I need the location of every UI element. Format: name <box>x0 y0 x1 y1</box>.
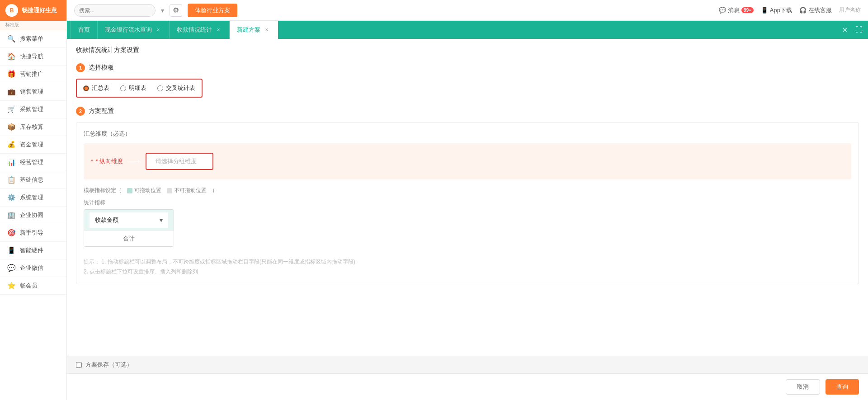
cancel-button[interactable]: 取消 <box>786 379 820 395</box>
search-input[interactable] <box>74 4 156 17</box>
tab-new-plan[interactable]: 新建方案 × <box>230 21 278 39</box>
tab-bank-flow[interactable]: 现金银行流水查询 × <box>98 21 170 39</box>
sidebar-item-label: 资金管理 <box>20 141 43 149</box>
required-star: * <box>91 158 93 165</box>
option-detail[interactable]: 明细表 <box>120 84 146 92</box>
stats-col-header: 收款金额 ▾ <box>84 210 174 231</box>
step1-header: 1 选择模板 <box>76 63 859 72</box>
save-plan-checkbox[interactable] <box>76 362 82 368</box>
finance-icon: 💰 <box>7 141 15 149</box>
vertical-dim-label: * * 纵向维度 <box>91 157 123 165</box>
sidebar-item-search-menu[interactable]: 🔍 搜索菜单 <box>0 30 66 48</box>
sidebar-item-quick-nav[interactable]: 🏠 快捷导航 <box>0 48 66 66</box>
sidebar-item-inventory[interactable]: 📦 库存核算 <box>0 118 66 136</box>
sidebar-item-sales[interactable]: 💼 销售管理 <box>0 83 66 101</box>
service-item[interactable]: 🎧 在线客服 <box>799 6 832 14</box>
stats-col-label: 收款金额 <box>95 216 118 224</box>
tab-receipts[interactable]: 收款情况统计 × <box>170 21 230 39</box>
option-cross-label: 交叉统计表 <box>166 84 195 92</box>
download-icon: 📱 <box>761 7 768 14</box>
metrics-legend: 模板指标设定（ 可拖动位置 不可拖动位置 ） <box>84 187 851 194</box>
tab-bank-flow-close-icon[interactable]: × <box>155 26 162 33</box>
enterprise-icon: 🏢 <box>7 211 15 219</box>
page-footer: 方案保存（可选） <box>67 356 868 373</box>
step1-section: 1 选择模板 汇总表 明细表 交叉统计表 <box>76 63 859 98</box>
group-dimension-selector[interactable]: 请选择分组维度 <box>146 153 213 170</box>
sidebar-item-member[interactable]: ⭐ 畅会员 <box>0 277 66 295</box>
page-content: 收款情况统计方案设置 1 选择模板 汇总表 明细表 <box>67 39 868 373</box>
dimension-section-label: 汇总维度（必选） <box>84 130 851 138</box>
dropdown-arrow-icon[interactable]: ▾ <box>161 7 164 14</box>
stats-row: 合计 <box>84 231 174 246</box>
settings-gear-icon[interactable]: ⚙ <box>170 4 182 17</box>
hint-2: 2. 点击标题栏下拉可设置排序、插入列和删除列 <box>84 267 851 277</box>
sidebar-item-label: 快捷导航 <box>20 52 43 61</box>
main-area: ▾ ⚙ 体验行业方案 💬 消息 99+ 📱 App下载 🎧 在线客服 用户名称 … <box>67 0 868 400</box>
tabbar-controls: ✕ ⛶ <box>839 24 864 35</box>
option-detail-label: 明细表 <box>129 84 146 92</box>
tabbar: 首页 现金银行流水查询 × 收款情况统计 × 新建方案 × ✕ ⛶ <box>67 21 868 39</box>
message-item[interactable]: 💬 消息 99+ <box>719 6 754 14</box>
sidebar-item-purchase[interactable]: 🛒 采购管理 <box>0 101 66 118</box>
service-label: 在线客服 <box>808 6 832 14</box>
sidebar-item-enterprise[interactable]: 🏢 企业协同 <box>0 207 66 224</box>
tab-receipts-close-icon[interactable]: × <box>215 26 222 33</box>
radio-summary[interactable] <box>83 85 89 91</box>
stats-section-label: 统计指标 <box>84 199 174 207</box>
tab-new-plan-close-icon[interactable]: × <box>263 26 270 33</box>
non-draggable-dot <box>167 188 172 193</box>
hardware-icon: 📱 <box>7 246 15 254</box>
sidebar: B 畅捷通好生意 标准版 🔍 搜索菜单 🏠 快捷导航 🎁 营销推广 💼 销售管理… <box>0 0 67 400</box>
message-label: 消息 <box>728 6 740 14</box>
metrics-section: 模板指标设定（ 可拖动位置 不可拖动位置 ） <box>84 187 851 248</box>
tab-receipts-label: 收款情况统计 <box>177 26 212 34</box>
sidebar-item-finance[interactable]: 💰 资金管理 <box>0 136 66 154</box>
stats-table: 收款金额 ▾ 合计 <box>84 209 174 247</box>
radio-cross[interactable] <box>157 85 163 91</box>
sidebar-item-operation[interactable]: 📊 经营管理 <box>0 154 66 171</box>
maximize-icon[interactable]: ⛶ <box>854 24 864 35</box>
sidebar-logo: B 畅捷通好生意 <box>0 0 66 21</box>
message-badge: 99+ <box>741 7 754 13</box>
sidebar-item-system[interactable]: ⚙️ 系统管理 <box>0 189 66 207</box>
trial-button[interactable]: 体验行业方案 <box>188 4 237 17</box>
purchase-icon: 🛒 <box>7 105 15 113</box>
sales-icon: 💼 <box>7 88 15 96</box>
arrow-icon: —— <box>128 158 140 165</box>
dimension-area: * * 纵向维度 —— 请选择分组维度 <box>84 143 851 179</box>
download-label: App下载 <box>770 6 792 14</box>
sidebar-item-guide[interactable]: 🎯 新手引导 <box>0 224 66 242</box>
message-icon: 💬 <box>719 7 726 14</box>
step2-title: 方案配置 <box>89 107 114 115</box>
non-draggable-label: 不可拖动位置 <box>174 187 207 194</box>
stats-col-dropdown-icon[interactable]: ▾ <box>160 216 163 224</box>
edition-label: 标准版 <box>0 21 66 30</box>
non-draggable-tag: 不可拖动位置 <box>167 187 207 194</box>
sidebar-item-marketing[interactable]: 🎁 营销推广 <box>0 66 66 83</box>
step2-header: 2 方案配置 <box>76 107 859 116</box>
step2-section: 2 方案配置 汇总维度（必选） * * 纵向维度 —— 请选择分组维度 <box>76 107 859 284</box>
vertical-label-text: * 纵向维度 <box>96 158 123 165</box>
query-button[interactable]: 查询 <box>826 379 859 395</box>
content-inner: 收款情况统计方案设置 1 选择模板 汇总表 明细表 <box>67 39 868 356</box>
sidebar-item-label: 采购管理 <box>20 105 43 113</box>
option-summary[interactable]: 汇总表 <box>83 84 109 92</box>
hint-1: 提示： 1. 拖动标题栏可以调整布局，不可跨维度或指标区域拖动栏目字段(只能在同… <box>84 257 851 267</box>
sidebar-item-label: 搜索菜单 <box>20 35 43 43</box>
tab-home[interactable]: 首页 <box>71 21 98 39</box>
sidebar-item-basic-info[interactable]: 📋 基础信息 <box>0 171 66 189</box>
tab-bank-flow-label: 现金银行流水查询 <box>105 26 152 34</box>
home-icon: 🏠 <box>7 52 15 61</box>
radio-detail[interactable] <box>120 85 126 91</box>
sidebar-item-label: 销售管理 <box>20 88 43 96</box>
sidebar-item-wechat[interactable]: 💬 企业微信 <box>0 259 66 277</box>
sidebar-item-label: 基础信息 <box>20 176 43 184</box>
topbar-right: 💬 消息 99+ 📱 App下载 🎧 在线客服 用户名称 <box>719 6 861 14</box>
draggable-tag: 可拖动位置 <box>127 187 161 194</box>
close-window-icon[interactable]: ✕ <box>839 24 850 35</box>
stats-col-cell[interactable]: 收款金额 ▾ <box>90 212 168 228</box>
option-cross[interactable]: 交叉统计表 <box>157 84 195 92</box>
sidebar-item-hardware[interactable]: 📱 智能硬件 <box>0 242 66 259</box>
download-item[interactable]: 📱 App下载 <box>761 6 792 14</box>
inventory-icon: 📦 <box>7 123 15 131</box>
